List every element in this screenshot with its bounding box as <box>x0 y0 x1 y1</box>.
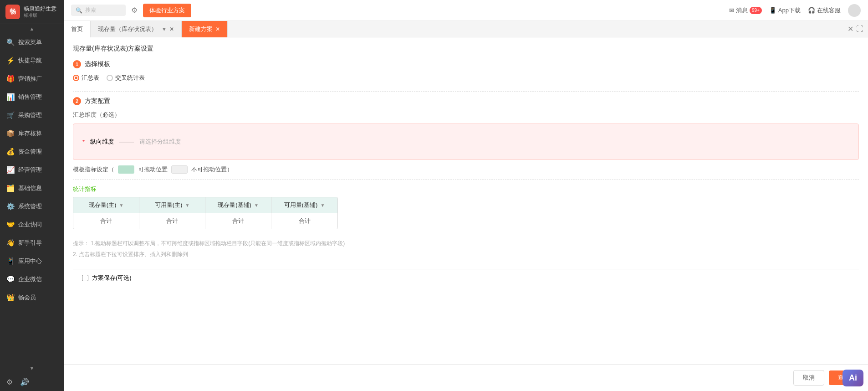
page-content: 现存量(库存状况表)方案设置 1 选择模板 汇总表 交叉统计表 <box>64 37 868 364</box>
sidebar-item-label: 搜索菜单 <box>18 38 42 46</box>
sidebar-item-label: 基础信息 <box>18 184 42 192</box>
sidebar-item-sales[interactable]: 📊 销售管理 <box>0 88 64 106</box>
tip-1: 提示： 1.拖动标题栏可以调整布局，不可跨维度或指标区域拖动栏目字段(只能在同一… <box>73 238 859 249</box>
section2-title: 方案配置 <box>85 97 110 105</box>
col-available-main-label: 可用量(主) <box>155 201 183 209</box>
sidebar-item-label: 新手引导 <box>18 239 42 247</box>
user-avatar[interactable] <box>848 4 861 17</box>
save-checkbox[interactable] <box>82 275 88 281</box>
stats-header-current-base[interactable]: 现存量(基辅) ▼ <box>205 197 271 213</box>
sidebar-item-marketing[interactable]: 🎁 营销推广 <box>0 70 64 88</box>
ai-badge[interactable]: Ai <box>842 370 863 386</box>
radio-cross-circle <box>107 75 113 81</box>
messages-group[interactable]: ✉ 消息 99+ <box>729 6 762 15</box>
tab-home[interactable]: 首页 <box>64 21 91 37</box>
crown-icon: 👑 <box>6 293 15 302</box>
sidebar-item-search[interactable]: 🔍 搜索菜单 <box>0 33 64 51</box>
col-dropdown-icon[interactable]: ▼ <box>185 203 189 208</box>
sidebar-item-purchase[interactable]: 🛒 采购管理 <box>0 106 64 124</box>
sidebar-item-system[interactable]: ⚙️ 系统管理 <box>0 197 64 216</box>
sidebar-item-label: 企业微信 <box>18 275 42 283</box>
panel-close-icon[interactable]: ✕ <box>848 25 853 33</box>
header-search[interactable]: 🔍 搜索 <box>71 5 126 16</box>
movable-label: 可拖动位置 <box>138 165 168 174</box>
download-icon: 📱 <box>769 7 776 14</box>
section1-title: 选择模板 <box>85 60 110 68</box>
sidebar-item-inventory[interactable]: 📦 库存核算 <box>0 124 64 143</box>
dim-required-mark: * <box>82 139 85 145</box>
settings-gear-icon[interactable]: ⚙ <box>131 6 138 15</box>
handshake-icon: 🤝 <box>6 221 15 229</box>
col-dropdown-icon[interactable]: ▼ <box>320 203 325 208</box>
sidebar-item-app-center[interactable]: 📱 应用中心 <box>0 252 64 270</box>
online-service-group[interactable]: 🎧 在线客服 <box>808 6 841 15</box>
sidebar-item-finance[interactable]: 💰 资金管理 <box>0 143 64 161</box>
col-dropdown-icon[interactable]: ▼ <box>119 203 123 208</box>
money-icon: 💰 <box>6 148 15 156</box>
speaker-icon[interactable]: 🔊 <box>20 378 29 386</box>
message-icon: ✉ <box>729 7 734 14</box>
trial-btn[interactable]: 体验行业方案 <box>143 4 191 17</box>
app-edition: 标准版 <box>24 12 56 19</box>
wave-icon: 👋 <box>6 239 15 247</box>
cell-subtotal-3: 合计 <box>205 213 271 229</box>
sidebar-item-label: 畅会员 <box>18 293 36 302</box>
dim-field-name: 纵向维度 <box>90 138 114 146</box>
stats-header-available-base[interactable]: 可用量(基辅) ▼ <box>271 197 337 213</box>
section2-header: 2 方案配置 <box>73 97 859 105</box>
chevron-down-icon: ▼ <box>162 26 167 32</box>
sidebar-scroll-up[interactable]: ▲ <box>0 24 64 33</box>
sidebar-scroll-down[interactable]: ▼ <box>0 364 64 373</box>
logo-text-block: 畅康通好生意 标准版 <box>24 5 56 19</box>
sidebar-item-label: 系统管理 <box>18 202 42 211</box>
tab-inventory-label: 现存量（库存状况表） <box>98 25 157 33</box>
app-download-group[interactable]: 📱 App下载 <box>769 6 801 15</box>
radio-cross-label: 交叉统计表 <box>115 74 145 82</box>
tips-section: 提示： 1.拖动标题栏可以调整布局，不可跨维度或指标区域拖动栏目字段(只能在同一… <box>73 238 859 260</box>
tab-inventory-status[interactable]: 现存量（库存状况表） ▼ ✕ <box>91 21 182 37</box>
sidebar-item-newbie[interactable]: 👋 新手引导 <box>0 234 64 252</box>
indicators-label: 模板指标设定（ <box>73 165 114 174</box>
tip-2: 2. 点击标题栏下拉可设置排序、插入列和删除列 <box>73 249 859 260</box>
tab-home-label: 首页 <box>71 25 83 33</box>
gear-icon: ⚙️ <box>6 202 15 211</box>
panel-expand-icon[interactable]: ⛶ <box>856 25 863 33</box>
radio-summary[interactable]: 汇总表 <box>73 74 99 82</box>
sidebar-item-label: 应用中心 <box>18 257 42 265</box>
sidebar-item-label: 营销推广 <box>18 75 42 83</box>
radio-summary-label: 汇总表 <box>82 74 99 82</box>
tab-new-plan[interactable]: 新建方案 ✕ <box>182 21 228 37</box>
stats-header-available-main[interactable]: 可用量(主) ▼ <box>139 197 205 213</box>
tab-new-plan-close-icon[interactable]: ✕ <box>215 26 220 32</box>
flash-icon: ⚡ <box>6 57 15 65</box>
settings-icon[interactable]: ⚙ <box>6 378 13 386</box>
radio-cross[interactable]: 交叉统计表 <box>107 74 145 82</box>
mobile-icon: 📱 <box>6 257 15 265</box>
radio-summary-circle <box>73 75 79 81</box>
sidebar-item-wechat[interactable]: 💬 企业微信 <box>0 270 64 288</box>
section1-header: 1 选择模板 <box>73 60 859 68</box>
sidebar-footer: ⚙ 🔊 <box>0 373 64 391</box>
cart-icon: 🛒 <box>6 111 15 119</box>
dim-row: * 纵向维度 —— 请选择分组维度 <box>82 138 181 146</box>
save-checkbox-label: 方案保存(可选) <box>92 274 132 282</box>
sidebar-item-label: 资金管理 <box>18 148 42 156</box>
movable-indicator-box <box>118 165 134 174</box>
cell-subtotal-1: 合计 <box>73 213 139 229</box>
cancel-button[interactable]: 取消 <box>793 370 824 386</box>
sidebar-item-operations[interactable]: 📈 经营管理 <box>0 161 64 179</box>
sidebar-nav: 🔍 搜索菜单 ⚡ 快捷导航 🎁 营销推广 📊 销售管理 🛒 采购管理 📦 库存核… <box>0 33 64 364</box>
search-text: 搜索 <box>85 6 96 14</box>
folder-icon: 🗂️ <box>6 184 15 192</box>
app-name: 畅康通好生意 <box>24 5 56 13</box>
stats-header-row: 现存量(主) ▼ 可用量(主) ▼ 现存量(基辅) ▼ 可用量(基辅) <box>73 197 337 213</box>
sidebar-item-basic-info[interactable]: 🗂️ 基础信息 <box>0 179 64 197</box>
dimension-area[interactable]: * 纵向维度 —— 请选择分组维度 <box>73 123 859 160</box>
sidebar-item-quick-nav[interactable]: ⚡ 快捷导航 <box>0 51 64 70</box>
sidebar-item-cooperation[interactable]: 🤝 企业协同 <box>0 216 64 234</box>
sidebar-item-member[interactable]: 👑 畅会员 <box>0 288 64 307</box>
messages-badge: 99+ <box>750 7 762 14</box>
stats-header-current-main[interactable]: 现存量(主) ▼ <box>73 197 139 213</box>
tab-inventory-close-icon[interactable]: ✕ <box>169 26 174 32</box>
col-dropdown-icon[interactable]: ▼ <box>254 203 259 208</box>
